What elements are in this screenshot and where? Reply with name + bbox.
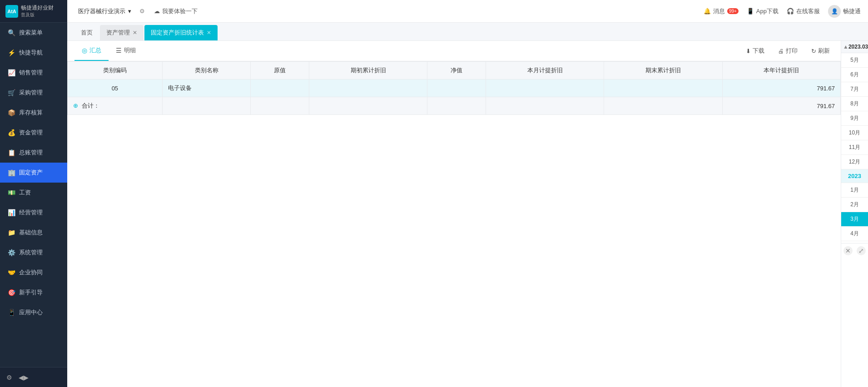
company-selector[interactable]: 医疗器械行业演示 ▾ <box>74 5 135 17</box>
cell-code: 05 <box>68 79 163 97</box>
system-icon: ⚙️ <box>7 248 15 257</box>
close-panel-icon[interactable]: ✕ <box>843 246 853 255</box>
search-icon: 🔍 <box>7 29 15 37</box>
lightning-icon: ⚡ <box>7 49 15 57</box>
chevron-down-icon: ▾ <box>128 8 131 15</box>
date-9[interactable]: 9月 <box>841 111 868 126</box>
operations-icon: 📊 <box>7 208 15 217</box>
sidebar-item-fixed-assets[interactable]: 🏢 固定资产 <box>0 163 67 183</box>
subtab-summary[interactable]: ◎ 汇总 <box>74 41 109 61</box>
col-name: 类别名称 <box>162 62 251 79</box>
refresh-icon: ↻ <box>811 48 816 55</box>
sidebar-item-inventory[interactable]: 📦 库存核算 <box>0 103 67 123</box>
ledger-icon: 📋 <box>7 149 15 157</box>
date-5[interactable]: 5月 <box>841 53 868 68</box>
beginner-icon: 🎯 <box>7 288 15 297</box>
date-panel-header: 2023.03 <box>848 44 868 50</box>
sidebar-item-basic-info[interactable]: 📁 基础信息 <box>0 223 67 243</box>
col-monthly-dep: 本月计提折旧 <box>486 62 604 79</box>
content-main: ◎ 汇总 ☰ 明细 ⬇ 下载 🖨 打印 <box>67 41 841 387</box>
logo-icon: AtA <box>5 5 18 18</box>
sidebar-item-app-center[interactable]: 📱 应用中心 <box>0 303 67 322</box>
date-2[interactable]: 2月 <box>841 198 868 212</box>
col-annual-dep: 本年计提折旧 <box>722 62 840 79</box>
cell-initial-acc <box>309 79 427 97</box>
date-8[interactable]: 8月 <box>841 97 868 111</box>
sidebar: AtA 畅捷通好业财 普及版 🔍 搜索菜单 ⚡ 快捷导航 📈 销售管理 🛒 采购… <box>0 0 67 387</box>
sidebar-item-purchase[interactable]: 🛒 采购管理 <box>0 83 67 103</box>
sidebar-header: AtA 畅捷通好业财 普及版 <box>0 0 67 23</box>
summary-label: ⊕ 合计： <box>68 97 163 115</box>
summary-ending-acc <box>604 97 722 115</box>
sidebar-item-sales[interactable]: 📈 销售管理 <box>0 63 67 83</box>
summary-row: ⊕ 合计： 791.67 <box>68 97 841 115</box>
summary-icon: ◎ <box>82 47 87 54</box>
settings-gear-icon[interactable]: ⚙ <box>139 8 145 15</box>
headset-icon: 🎧 <box>787 8 794 15</box>
toolbar: ⬇ 下载 🖨 打印 ↻ 刷新 <box>742 41 841 61</box>
tab-close-asset-mgmt[interactable]: ✕ <box>133 30 137 36</box>
date-7[interactable]: 7月 <box>841 82 868 97</box>
summary-original <box>251 97 309 115</box>
sidebar-item-ledger[interactable]: 📋 总账管理 <box>0 143 67 163</box>
date-1[interactable]: 1月 <box>841 183 868 198</box>
tab-asset-mgmt[interactable]: 资产管理 ✕ <box>100 25 144 40</box>
date-3-active[interactable]: 3月 <box>841 212 868 227</box>
download-btn[interactable]: ⬇ 下载 <box>742 45 768 57</box>
main-area: 医疗器械行业演示 ▾ ⚙ ☁ 我要体验一下 🔔 消息 99+ 📱 App下载 🎧… <box>67 0 868 387</box>
cell-name: 电子设备 <box>162 79 251 97</box>
cell-net-value <box>427 79 486 97</box>
sum-icon: ⊕ <box>73 102 78 109</box>
sidebar-item-quick-nav[interactable]: ⚡ 快捷导航 <box>0 43 67 63</box>
expand-panel-icon[interactable]: ⤢ <box>857 246 866 255</box>
inventory-icon: 📦 <box>7 109 15 117</box>
user-avatar: 👤 <box>828 5 841 18</box>
sidebar-item-salary[interactable]: 💵 工资 <box>0 183 67 203</box>
basic-info-icon: 📁 <box>7 228 15 237</box>
enterprise-icon: 🤝 <box>7 268 15 277</box>
date-12[interactable]: 12月 <box>841 155 868 169</box>
table-row: 05 电子设备 791.67 <box>68 79 841 97</box>
cell-annual-dep: 791.67 <box>722 79 840 97</box>
refresh-btn[interactable]: ↻ 刷新 <box>808 45 833 57</box>
print-btn[interactable]: 🖨 打印 <box>774 45 801 57</box>
cloud-icon: ☁ <box>154 8 160 15</box>
date-6[interactable]: 6月 <box>841 68 868 82</box>
sidebar-item-operations[interactable]: 📊 经营管理 <box>0 203 67 223</box>
summary-initial-acc <box>309 97 427 115</box>
tab-depreciation[interactable]: 固定资产折旧统计表 ✕ <box>144 25 218 40</box>
date-prev-icon[interactable]: ▲ <box>843 44 848 50</box>
sidebar-item-enterprise[interactable]: 🤝 企业协同 <box>0 263 67 283</box>
user-menu[interactable]: 👤 畅捷通 <box>828 5 861 18</box>
tab-close-depreciation[interactable]: ✕ <box>207 30 211 36</box>
sales-icon: 📈 <box>7 69 15 77</box>
purchase-icon: 🛒 <box>7 89 15 97</box>
company-name: 医疗器械行业演示 <box>78 7 125 15</box>
tab-home[interactable]: 首页 <box>74 25 99 40</box>
experience-btn[interactable]: ☁ 我要体验一下 <box>149 5 202 17</box>
date-10[interactable]: 10月 <box>841 126 868 140</box>
settings-icon[interactable]: ⚙ <box>6 374 12 381</box>
sidebar-item-beginner[interactable]: 🎯 新手引导 <box>0 283 67 303</box>
detail-icon: ☰ <box>116 47 122 54</box>
subtab-detail[interactable]: ☰ 明细 <box>109 41 143 61</box>
topbar-right: 🔔 消息 99+ 📱 App下载 🎧 在线客服 👤 畅捷通 <box>704 5 861 18</box>
collapse-icon[interactable]: ◀▶ <box>19 374 29 381</box>
download-icon: ⬇ <box>746 48 751 55</box>
summary-net-value <box>427 97 486 115</box>
fixed-assets-icon: 🏢 <box>7 169 15 177</box>
notification-btn[interactable]: 🔔 消息 99+ <box>704 7 739 15</box>
summary-annual-dep: 791.67 <box>722 97 840 115</box>
date-11[interactable]: 11月 <box>841 140 868 155</box>
summary-name <box>162 97 251 115</box>
sidebar-item-funds[interactable]: 💰 资金管理 <box>0 123 67 143</box>
salary-icon: 💵 <box>7 189 15 197</box>
app-download-btn[interactable]: 📱 App下载 <box>747 7 779 15</box>
date-4[interactable]: 4月 <box>841 227 868 241</box>
online-service-btn[interactable]: 🎧 在线客服 <box>787 7 820 15</box>
sidebar-footer: ⚙ ◀▶ <box>0 367 67 387</box>
cell-original <box>251 79 309 97</box>
sidebar-item-system[interactable]: ⚙️ 系统管理 <box>0 243 67 263</box>
subtab-bar: ◎ 汇总 ☰ 明细 <box>67 41 150 61</box>
sidebar-item-search[interactable]: 🔍 搜索菜单 <box>0 23 67 43</box>
